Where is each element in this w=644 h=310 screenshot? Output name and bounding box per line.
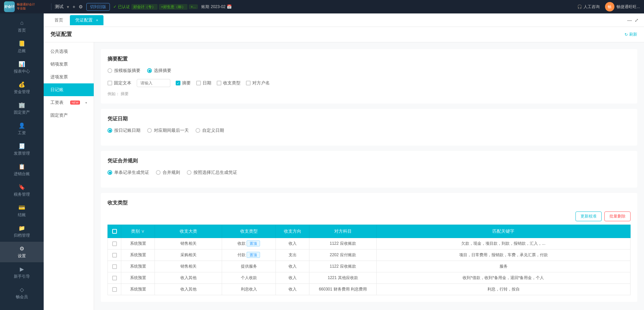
radio-select[interactable]: 选择摘要 xyxy=(147,68,171,74)
topbar: 好会计 畅捷通好会计 专业版 测试 ▾ + ⚙ 切到旧版 ✓ 已认证 好会计（专… xyxy=(0,0,644,13)
new-badge: NEW xyxy=(70,101,80,105)
th-category: 类别 ∨ xyxy=(121,225,155,238)
td-type-0: 收款 置顶 xyxy=(222,238,276,249)
th-account: 对方科目 xyxy=(309,225,377,238)
radio-merge-circle xyxy=(156,170,161,175)
checkbox-counterpart-box xyxy=(246,81,251,85)
sidebar-item-ledger[interactable]: 📒 总账 xyxy=(0,37,44,57)
row-checkbox-4[interactable] xyxy=(112,287,117,292)
checkbox-counterpart[interactable]: 对方户名 xyxy=(246,80,270,86)
checkbox-date[interactable]: 日期 xyxy=(196,80,211,86)
sidebar-item-funds[interactable]: 💰 资金管理 xyxy=(0,78,44,98)
merge-rules-section: 凭证合并规则 单条记录生成凭证 合并规则 按照选择汇总生成凭证 xyxy=(101,151,637,188)
sidebar-item-settings[interactable]: ⚙ 设置 xyxy=(0,242,44,262)
sidebar-item-invoices[interactable]: 🧾 发票管理 xyxy=(0,139,44,160)
topbar-divider xyxy=(51,3,51,10)
sidebar-item-archive[interactable]: 📁 归档管理 xyxy=(0,221,44,242)
add-icon[interactable]: + xyxy=(73,4,75,9)
checkbox-fixed-text[interactable]: 固定文本 xyxy=(108,80,131,86)
service-button[interactable]: 🎧 人工咨询 xyxy=(577,4,600,10)
sidebar-item-salary[interactable]: 👤 工资 xyxy=(0,119,44,139)
sidebar-item-reports[interactable]: 📊 报表中心 xyxy=(0,57,44,78)
tab-maximize-icon[interactable]: ⤢ xyxy=(635,17,639,23)
radio-custom-date[interactable]: 自定义日期 xyxy=(196,127,224,133)
tab-minimize-icon[interactable]: — xyxy=(627,17,632,23)
sidebar-item-tax[interactable]: 🔖 税务管理 xyxy=(0,180,44,201)
fixed-text-input[interactable] xyxy=(137,79,170,87)
sidebar-item-guide[interactable]: ▶ 新手引导 xyxy=(0,262,44,283)
th-checkbox[interactable] xyxy=(108,225,121,238)
calendar-icon[interactable]: 📅 xyxy=(227,4,232,9)
invoices-icon: 🧾 xyxy=(18,143,25,149)
checkbox-type[interactable]: 收支类型 xyxy=(217,80,241,86)
update-calibrate-button[interactable]: 更新校准 xyxy=(575,211,602,221)
td-keyword-0: 欠款，现金，项目款，到款，报销款，汇入，... xyxy=(377,238,631,249)
table-row: 系统预置 采购相关 付款 置顶 支出 2202 应付账款 项目，日常费用，报销款… xyxy=(108,249,631,261)
voucher-date-radio-group: 按日记账日期 对应期间最后一天 自定义日期 xyxy=(108,127,631,133)
row-checkbox-3[interactable] xyxy=(112,276,117,280)
certified-check-icon: ✓ xyxy=(113,4,117,9)
member-icon: ◇ xyxy=(18,286,25,293)
td-account-4: 660301 财务费用 利息费用 xyxy=(309,284,377,295)
sidebar-item-settlement[interactable]: 💳 结账 xyxy=(0,201,44,221)
row-checkbox-0[interactable] xyxy=(112,241,117,246)
td-major-1: 采购相关 xyxy=(155,249,222,261)
left-nav-public[interactable]: 公共选项 xyxy=(44,45,94,58)
checkbox-date-box xyxy=(196,81,201,85)
category-sort-icon[interactable]: ∨ xyxy=(141,229,145,234)
header-checkbox[interactable] xyxy=(112,229,117,234)
checkbox-summary[interactable]: ✓ 摘要 xyxy=(176,80,191,86)
td-checkbox-0[interactable] xyxy=(108,238,121,249)
main-layout: ⌂ 首页 📒 总账 📊 报表中心 💰 资金管理 🏢 固定资产 👤 工资 🧾 发票… xyxy=(0,13,644,310)
sidebar-item-home[interactable]: ⌂ 首页 xyxy=(0,16,44,37)
radio-journal-date[interactable]: 按日记账日期 xyxy=(108,127,140,133)
checkbox-summary-box: ✓ xyxy=(176,81,180,85)
radio-template[interactable]: 按模板版摘要 xyxy=(108,68,140,74)
reset-tag-1[interactable]: 置顶 xyxy=(247,252,260,258)
sidebar-item-purchase[interactable]: 📋 进销台账 xyxy=(0,160,44,180)
batch-delete-button[interactable]: 批量删除 xyxy=(604,211,631,221)
left-nav-journal[interactable]: 日记账 xyxy=(44,83,94,96)
refresh-icon: ↻ xyxy=(625,32,628,37)
archive-icon: 📁 xyxy=(18,225,25,231)
income-expense-table: 类别 ∨ 收支大类 收支类型 收支方向 对方科目 匹配关键字 xyxy=(108,225,631,295)
sidebar-item-assets[interactable]: 🏢 固定资产 xyxy=(0,98,44,119)
sidebar-label-settings: 设置 xyxy=(18,253,26,259)
row-checkbox-2[interactable] xyxy=(112,264,117,269)
row-checkbox-1[interactable] xyxy=(112,253,117,258)
tab-voucher-config[interactable]: 凭证配置 × xyxy=(70,15,103,25)
table-row: 系统预置 销售相关 收款 置顶 收入 1122 应收账款 欠款，现金，项目款，到… xyxy=(108,238,631,249)
refresh-button[interactable]: ↻ 刷新 xyxy=(625,32,637,41)
tag-item-3: +... xyxy=(189,4,198,9)
company-dropdown-icon[interactable]: ▾ xyxy=(67,4,69,9)
sidebar-item-member[interactable]: ◇ 畅会员 xyxy=(0,283,44,303)
left-nav-sales[interactable]: 销项发票 xyxy=(44,58,94,71)
radio-select-total[interactable]: 按照选择汇总生成凭证 xyxy=(187,169,237,176)
tab-close-icon[interactable]: × xyxy=(96,18,98,22)
td-major-4: 收入其他 xyxy=(155,284,222,295)
checkbox-fixed-text-box xyxy=(108,81,112,85)
reset-tag-0[interactable]: 置顶 xyxy=(247,240,260,246)
radio-merge[interactable]: 合并规则 xyxy=(156,169,180,176)
td-checkbox-1[interactable] xyxy=(108,249,121,261)
logo-icon: 好会计 xyxy=(4,1,15,12)
income-expense-section: 收支类型 更新校准 批量删除 类别 xyxy=(101,193,637,302)
left-nav-fixed-assets[interactable]: 固定资产 xyxy=(44,109,94,122)
left-nav-purchase-inv[interactable]: 进项发票 xyxy=(44,71,94,83)
left-nav-payroll[interactable]: 工资表 NEW ▾ xyxy=(44,96,94,109)
radio-single[interactable]: 单条记录生成凭证 xyxy=(108,169,149,176)
td-type-3: 个人收款 xyxy=(222,272,276,284)
td-checkbox-4[interactable] xyxy=(108,284,121,295)
td-checkbox-2[interactable] xyxy=(108,261,121,272)
td-checkbox-3[interactable] xyxy=(108,272,121,284)
tab-home[interactable]: 首页 xyxy=(49,15,69,25)
settings-icon[interactable]: ⚙ xyxy=(79,4,83,9)
tab-controls: — ⤢ xyxy=(627,17,639,23)
sidebar-label-invoices: 发票管理 xyxy=(14,151,30,156)
user-menu[interactable]: 畅 畅捷通旺旺... xyxy=(605,2,640,11)
td-keyword-1: 项目，日常费用，报销款，车费，承兑汇票，付款 xyxy=(377,249,631,261)
td-major-3: 收入其他 xyxy=(155,272,222,284)
sidebar-label-purchase: 进销台账 xyxy=(14,171,30,177)
radio-period-last[interactable]: 对应期间最后一天 xyxy=(147,127,189,133)
switch-version-button[interactable]: 切到旧版 xyxy=(86,3,110,11)
